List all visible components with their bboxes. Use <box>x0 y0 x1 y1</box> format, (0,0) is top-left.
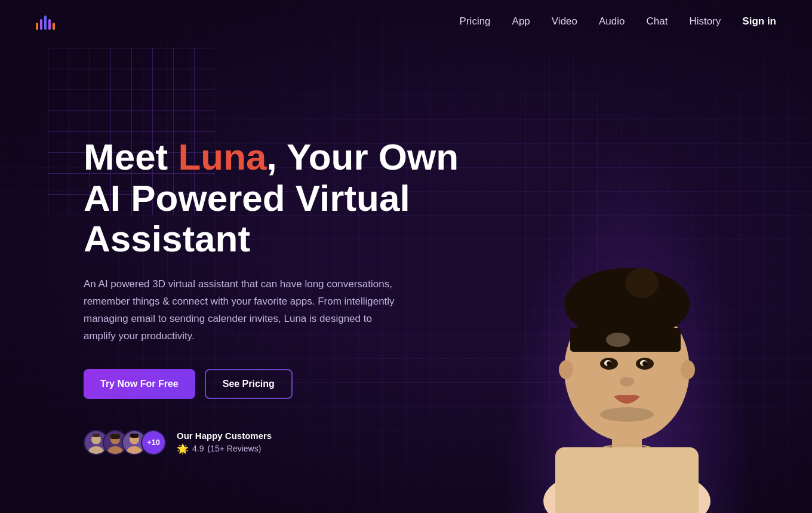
nav-item-history[interactable]: History <box>689 16 721 27</box>
nav-link-signin[interactable]: Sign in <box>742 16 776 27</box>
nav-link-history[interactable]: History <box>689 16 721 27</box>
hero-description: An AI powered 3D virtual assistant that … <box>84 276 406 345</box>
star-icon: 🌟 <box>177 443 189 454</box>
see-pricing-button[interactable]: See Pricing <box>205 369 293 399</box>
svg-point-16 <box>625 268 659 298</box>
svg-point-25 <box>559 360 573 379</box>
review-count: (15+ Reviews) <box>207 444 261 453</box>
nav-item-pricing[interactable]: Pricing <box>460 16 491 27</box>
customer-avatars: +10 <box>84 430 166 455</box>
nav-item-video[interactable]: Video <box>552 16 577 27</box>
nav-link-video[interactable]: Video <box>552 16 577 27</box>
rating-value: 4.9 <box>192 444 204 453</box>
hero-buttons: Try Now For Free See Pricing <box>84 369 478 399</box>
logo-icon <box>36 13 55 30</box>
svg-point-1 <box>88 446 104 454</box>
hero-title: Meet Luna, Your Own AI Powered Virtual A… <box>84 137 478 259</box>
nav-link-pricing[interactable]: Pricing <box>460 16 491 27</box>
svg-point-7 <box>127 446 142 454</box>
customer-info: Our Happy Customers 🌟 4.9 (15+ Reviews) <box>177 431 272 454</box>
nav-link-audio[interactable]: Audio <box>599 16 625 27</box>
svg-rect-27 <box>555 447 699 513</box>
nav-item-signin[interactable]: Sign in <box>742 16 776 27</box>
logo[interactable] <box>36 13 55 30</box>
avatar-more: +10 <box>141 430 166 455</box>
hero-content: Meet Luna, Your Own AI Powered Virtual A… <box>84 137 478 454</box>
svg-point-28 <box>600 407 654 422</box>
svg-point-23 <box>642 361 647 366</box>
svg-point-24 <box>620 377 634 386</box>
customer-label: Our Happy Customers <box>177 431 272 441</box>
svg-point-26 <box>681 360 695 379</box>
nav-item-chat[interactable]: Chat <box>647 16 668 27</box>
nav-item-audio[interactable]: Audio <box>599 16 625 27</box>
hero-title-before: Meet <box>84 136 178 177</box>
hero-avatar-area <box>478 79 776 513</box>
svg-rect-8 <box>130 434 139 438</box>
svg-rect-2 <box>93 434 100 437</box>
avatar-figure <box>525 167 728 513</box>
nav-item-app[interactable]: App <box>512 16 530 27</box>
navbar: Pricing App Video Audio Chat History Sig… <box>0 0 812 43</box>
customers-section: +10 Our Happy Customers 🌟 4.9 (15+ Revie… <box>84 430 478 455</box>
hero-section: Meet Luna, Your Own AI Powered Virtual A… <box>0 43 812 513</box>
svg-point-4 <box>107 446 123 454</box>
nav-link-app[interactable]: App <box>512 16 530 27</box>
svg-point-29 <box>606 333 630 347</box>
hero-title-brand: Luna <box>178 136 266 177</box>
svg-rect-5 <box>110 434 120 439</box>
svg-point-22 <box>607 361 611 366</box>
nav-link-chat[interactable]: Chat <box>647 16 668 27</box>
nav-links: Pricing App Video Audio Chat History Sig… <box>460 16 776 27</box>
customer-rating: 🌟 4.9 (15+ Reviews) <box>177 443 272 454</box>
try-now-button[interactable]: Try Now For Free <box>84 369 195 399</box>
